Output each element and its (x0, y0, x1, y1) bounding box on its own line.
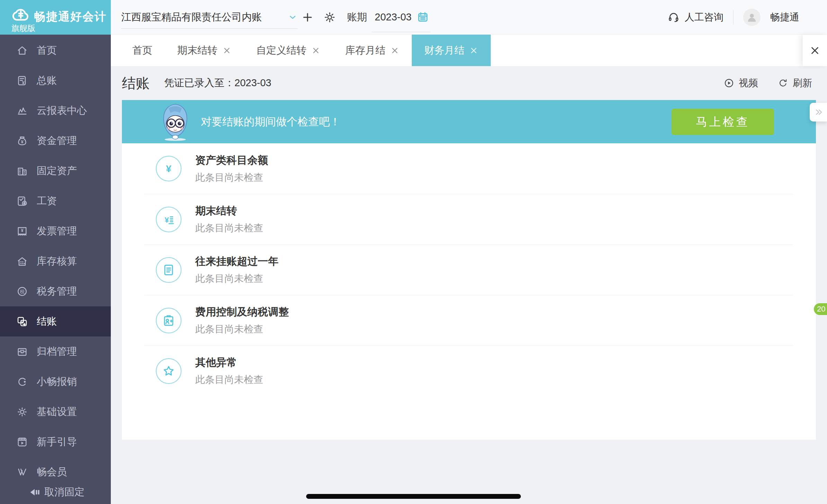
sidebar-item-label: 固定资产 (37, 164, 77, 178)
sidebar-item-home[interactable]: 首页 (0, 35, 111, 65)
document-icon (156, 257, 181, 283)
check-row-other-anomaly[interactable]: 其他异常此条目尚未检查 (144, 345, 793, 396)
check-row-asset-balance[interactable]: ¥ 资产类科目余额此条目尚未检查 (144, 143, 793, 194)
tab-close-icon[interactable] (222, 46, 231, 55)
app-logo: 畅捷通好会计 旗舰版 (0, 0, 111, 35)
check-row-expense-tax-adjust[interactable]: 费用控制及纳税调整此条目尚未检查 (144, 295, 793, 345)
tab-label: 库存月结 (345, 44, 385, 57)
close-panel-button[interactable] (803, 35, 827, 66)
svg-text:¥: ¥ (21, 139, 24, 144)
sidebar-item-label: 结账 (37, 315, 57, 328)
sidebar-item-reimburse[interactable]: 小畅报销 (0, 367, 111, 397)
sidebar-item-payroll[interactable]: 工资 (0, 186, 111, 216)
tab-finance-monthly-close[interactable]: 财务月结 (412, 35, 491, 66)
tab-label: 自定义结转 (256, 44, 306, 57)
sidebar-item-label: 归档管理 (37, 345, 77, 359)
home-icon (16, 44, 28, 57)
archive-icon (16, 345, 28, 358)
check-status: 此条目尚未检查 (195, 373, 263, 386)
tab-period-end-carryover[interactable]: 期末结转 (165, 35, 244, 66)
avatar[interactable] (743, 9, 761, 26)
sidebar-item-cloud-report[interactable]: 云报表中心 (0, 96, 111, 126)
sidebar-item-closing[interactable]: ¥结账 (0, 306, 111, 336)
banner-message: 对要结账的期间做个检查吧！ (201, 100, 340, 143)
video-button[interactable]: 视频 (723, 76, 758, 90)
check-now-button[interactable]: 马上检查 (672, 109, 774, 135)
sidebar-item-archive[interactable]: 归档管理 (0, 336, 111, 367)
check-title: 往来挂账超过一年 (195, 254, 278, 269)
company-select[interactable]: 江西服宝精品有限责任公司内账 (121, 0, 298, 35)
user-icon (746, 11, 758, 24)
clipboard-icon (156, 308, 181, 333)
topbar-right: 人工咨询 畅捷通 (667, 0, 799, 35)
check-banner: 对要结账的期间做个检查吧！ 马上检查 (122, 100, 816, 143)
unpin-label: 取消固定 (44, 485, 85, 499)
sidebar-item-funds[interactable]: ¥资金管理 (0, 126, 111, 156)
sidebar-item-label: 资金管理 (37, 134, 77, 148)
sidebar: 首页 ¥总账 云报表中心 ¥资金管理 固定资产 工资 ¥发票管理 库存核算 税税… (0, 35, 111, 504)
gear-icon (16, 406, 28, 418)
video-guide-icon (16, 436, 28, 448)
app-edition-label: 旗舰版 (11, 23, 35, 34)
username[interactable]: 畅捷通 (770, 11, 799, 24)
tab-custom-carryover[interactable]: 自定义结转 (244, 35, 333, 66)
unpin-sidebar-button[interactable]: 取消固定 (28, 485, 85, 499)
sidebar-item-settings[interactable]: 基础设置 (0, 397, 111, 427)
sidebar-item-guide[interactable]: 新手引导 (0, 427, 111, 457)
sidebar-item-fixed-assets[interactable]: 固定资产 (0, 156, 111, 186)
check-row-period-end-carryover[interactable]: ¥ 期末结转此条目尚未检查 (144, 194, 793, 244)
check-title: 费用控制及纳税调整 (195, 305, 289, 319)
cloud-logo-icon (11, 5, 30, 24)
tab-close-icon[interactable] (469, 46, 478, 55)
refresh-button[interactable]: 刷新 (777, 76, 812, 90)
closing-icon: ¥ (16, 315, 28, 328)
account-settings-button[interactable] (323, 0, 337, 35)
closing-check-card: 对要结账的期间做个检查吧！ 马上检查 ¥ 资产类科目余额此条目尚未检查 ¥ 期末… (122, 100, 816, 440)
refresh-icon (777, 78, 789, 89)
home-indicator-bar (306, 494, 521, 499)
support-button[interactable]: 人工咨询 (667, 11, 723, 24)
sidebar-item-label: 首页 (37, 44, 57, 57)
tab-bar: 首页 期末结转 自定义结转 库存月结 财务月结 (111, 35, 827, 66)
sidebar-item-tax[interactable]: 税税务管理 (0, 276, 111, 306)
sidebar-item-label: 库存核算 (37, 254, 77, 268)
sidebar-item-member[interactable]: 畅会员 (0, 457, 111, 487)
sidebar-item-general-ledger[interactable]: ¥总账 (0, 65, 111, 96)
period-value-field[interactable]: 2023-03 (375, 10, 429, 24)
invoice-icon: ¥ (16, 225, 28, 237)
tab-close-icon[interactable] (311, 46, 320, 55)
chevrons-right-icon (812, 106, 824, 118)
svg-text:¥: ¥ (21, 228, 24, 233)
sidebar-item-invoice[interactable]: ¥发票管理 (0, 216, 111, 246)
svg-text:¥: ¥ (164, 215, 169, 224)
building-icon (16, 165, 28, 177)
member-icon (16, 466, 28, 478)
collapse-panel-handle[interactable] (810, 103, 827, 122)
sidebar-item-label: 基础设置 (37, 405, 77, 419)
tab-close-icon[interactable] (390, 46, 399, 55)
floating-badge[interactable]: 20 (814, 303, 827, 315)
tab-home[interactable]: 首页 (120, 35, 165, 66)
period-value: 2023-03 (375, 11, 411, 23)
tab-label: 期末结转 (177, 44, 217, 57)
add-account-button[interactable] (301, 0, 314, 35)
headset-icon (667, 11, 680, 24)
app-window: 畅捷通好会计 旗舰版 江西服宝精品有限责任公司内账 账期 2023-03 (0, 0, 827, 504)
page-title: 结账 (122, 74, 150, 93)
sidebar-item-label: 云报表中心 (37, 104, 87, 118)
sidebar-item-inventory[interactable]: 库存核算 (0, 246, 111, 276)
check-row-overdue-accounts[interactable]: 往来挂账超过一年此条目尚未检查 (144, 244, 793, 295)
sidebar-item-label: 税务管理 (37, 285, 77, 298)
money-bag-icon: ¥ (16, 135, 28, 147)
support-label: 人工咨询 (685, 11, 723, 24)
page-actions: 视频 刷新 (723, 76, 812, 90)
sidebar-item-label: 小畅报销 (37, 375, 77, 389)
company-name: 江西服宝精品有限责任公司内账 (121, 10, 281, 24)
warehouse-icon (16, 255, 28, 268)
tab-inventory-monthly-close[interactable]: 库存月结 (333, 35, 412, 66)
period-label: 账期 (347, 10, 367, 24)
video-label: 视频 (739, 76, 758, 90)
period-picker: 账期 2023-03 (347, 0, 429, 35)
check-status: 此条目尚未检查 (195, 323, 289, 336)
sidebar-menu: 首页 ¥总账 云报表中心 ¥资金管理 固定资产 工资 ¥发票管理 库存核算 税税… (0, 35, 111, 487)
